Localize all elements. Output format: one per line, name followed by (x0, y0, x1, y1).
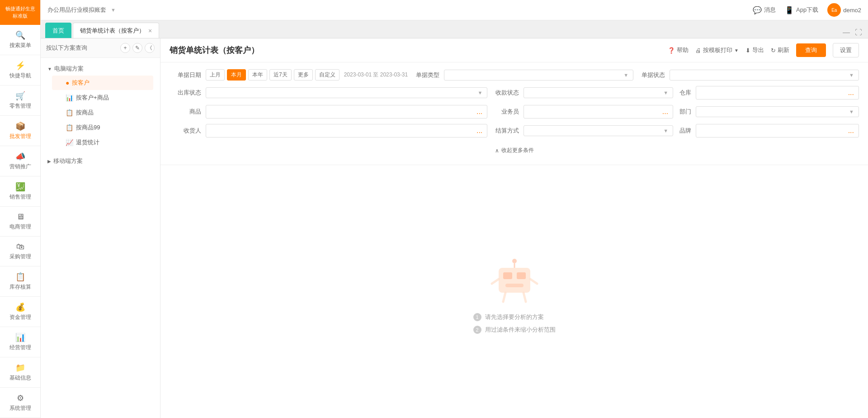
dropdown-icon[interactable]: ▼ (111, 7, 116, 13)
add-scheme-btn[interactable]: + (120, 43, 130, 53)
app-download-btn[interactable]: 📱 App下载 (785, 6, 818, 14)
collapse-panel-btn[interactable]: 《 (145, 43, 155, 53)
industry-selector[interactable]: 办公用品行业模拟账套 (47, 6, 106, 14)
sidebar-item-purchase[interactable]: 🛍 采购管理 (0, 237, 40, 266)
customer-icon: ● (66, 79, 69, 86)
sidebar-item-search[interactable]: 🔍 搜索菜单 (0, 25, 40, 55)
logo-area: 畅捷通好生意 标准版 (0, 0, 40, 25)
tree-item-return-stats[interactable]: 📈 退货统计 (52, 135, 153, 150)
sidebar-item-operations[interactable]: 📊 经营管理 (0, 327, 40, 357)
tab-minimize-btn[interactable]: — (841, 27, 851, 38)
sidebar-item-label: 系统管理 (9, 404, 31, 412)
tree-desktop-group-header[interactable]: ▼ 电脑端方案 (45, 62, 156, 75)
tree-item-by-product-99[interactable]: 📋 按商品99 (52, 120, 153, 135)
svg-rect-3 (505, 284, 524, 287)
tab-close-icon[interactable]: × (148, 27, 152, 34)
tab-home[interactable]: 首页 (45, 23, 71, 38)
out-status-label: 出库状态 (170, 89, 201, 97)
refresh-icon: ↻ (771, 47, 776, 54)
tab-sales-stats[interactable]: 销货单统计表（按客户） × (73, 23, 159, 38)
settings-button[interactable]: 设置 (833, 43, 859, 57)
refresh-label: 刷新 (778, 46, 789, 54)
print-btn[interactable]: 🖨 按模板打印 ▼ (695, 46, 739, 54)
product-select[interactable]: ... (206, 105, 487, 119)
doc-status-label: 单据状态 (638, 71, 665, 79)
doc-status-select[interactable]: ▼ (670, 70, 859, 81)
sidebar-item-sales[interactable]: 💹 销售管理 (0, 176, 40, 207)
consignee-dots[interactable]: ... (476, 127, 482, 135)
user-area[interactable]: Ea demo2 (827, 3, 861, 17)
sidebar-item-marketing[interactable]: 📣 营销推广 (0, 146, 40, 176)
help-btn[interactable]: ❓ 帮助 (668, 46, 689, 54)
ecommerce-icon: 🖥 (16, 212, 24, 222)
date-btn-more[interactable]: 更多 (294, 69, 313, 81)
salesperson-select[interactable]: ... (524, 105, 673, 119)
warehouse-col: 仓库 ... (678, 86, 859, 100)
page-title: 销货单统计表（按客户） (170, 45, 259, 56)
filter-area: 单据日期 上月 本月 本年 近7天 更多 自定义 2023-03-01 至 20… (160, 62, 868, 165)
filter-row-4: 收货人 ... 结算方式 ▼ 品牌 (170, 124, 859, 138)
brand-dots[interactable]: ... (848, 127, 854, 135)
sidebar-item-system[interactable]: ⚙ 系统管理 (0, 388, 40, 418)
sidebar-item-label: 批发管理 (9, 133, 31, 140)
sidebar-item-ecommerce[interactable]: 🖥 电商管理 (0, 207, 40, 237)
tree-mobile-group-header[interactable]: ▶ 移动端方案 (45, 155, 156, 167)
sidebar-item-basic[interactable]: 📁 基础信息 (0, 357, 40, 388)
sidebar-item-wholesale[interactable]: 📦 批发管理 (0, 116, 40, 146)
sidebar-item-inventory[interactable]: 📋 库存核算 (0, 266, 40, 297)
product99-icon: 📋 (66, 124, 73, 131)
payment-status-select[interactable]: ▼ (524, 87, 673, 98)
query-button[interactable]: 查询 (796, 43, 826, 57)
date-btn-this-month[interactable]: 本月 (227, 69, 246, 81)
warehouse-select[interactable]: ... (696, 86, 859, 100)
sidebar-item-label: 零售管理 (9, 102, 31, 110)
svg-point-5 (512, 259, 517, 263)
tree-desktop-label: 电脑端方案 (54, 65, 84, 73)
product-dots[interactable]: ... (476, 108, 482, 116)
tree-item-by-customer-product[interactable]: 📊 按客户+商品 (52, 90, 153, 105)
sidebar-item-retail[interactable]: 🛒 零售管理 (0, 86, 40, 116)
sidebar-item-label: 经营管理 (9, 344, 31, 352)
brand-label: 品牌 (678, 127, 691, 135)
empty-tip-1: 1 请先选择要分析的方案 (473, 313, 556, 321)
date-btn-7days[interactable]: 近7天 (269, 69, 292, 81)
retail-icon: 🛒 (15, 91, 25, 101)
sidebar-item-label: 电商管理 (9, 223, 31, 231)
system-icon: ⚙ (17, 393, 24, 403)
refresh-btn[interactable]: ↻ 刷新 (771, 46, 789, 54)
date-btn-this-year[interactable]: 本年 (248, 69, 267, 81)
tab-maximize-btn[interactable]: ⛶ (854, 27, 863, 38)
out-status-select[interactable]: ▼ (206, 87, 487, 98)
doc-type-select[interactable]: ▼ (444, 70, 633, 81)
warehouse-dots[interactable]: ... (848, 89, 854, 97)
sidebar-item-quick-nav[interactable]: ⚡ 快捷导航 (0, 55, 40, 86)
consignee-select[interactable]: ... (206, 124, 487, 138)
department-select[interactable]: ▼ (696, 106, 859, 117)
filter-row-2: 出库状态 ▼ 收款状态 ▼ 仓库 (170, 86, 859, 100)
date-label: 单据日期 (170, 71, 201, 79)
message-icon: 💬 (753, 6, 762, 14)
tip-2-text: 用过滤条件来缩小分析范围 (485, 326, 556, 334)
collapse-bar[interactable]: ∧ 收起更多条件 (170, 143, 859, 158)
sidebar-item-label: 采购管理 (9, 253, 31, 261)
edit-scheme-btn[interactable]: ✎ (132, 43, 142, 53)
salesperson-dots[interactable]: ... (662, 108, 668, 116)
logo-text: 畅捷通好生意 标准版 (5, 5, 35, 19)
date-btn-last-month[interactable]: 上月 (206, 69, 225, 81)
sidebar-item-finance[interactable]: 💰 资金管理 (0, 297, 40, 327)
top-header-left: 办公用品行业模拟账套 ▼ (47, 6, 116, 14)
payment-status-label: 收款状态 (492, 89, 519, 97)
date-btn-custom[interactable]: 自定义 (315, 69, 340, 81)
settlement-select[interactable]: ▼ (524, 125, 673, 136)
export-btn[interactable]: ⬇ 导出 (745, 46, 764, 54)
basic-icon: 📁 (15, 363, 25, 373)
tip-1-num: 1 (473, 313, 481, 321)
message-btn[interactable]: 💬 消息 (753, 6, 776, 14)
purchase-icon: 🛍 (16, 242, 24, 252)
tree-item-by-product[interactable]: 📋 按商品 (52, 105, 153, 120)
brand-col: 品牌 ... (678, 124, 859, 138)
svg-rect-1 (503, 272, 512, 279)
brand-select[interactable]: ... (696, 124, 859, 138)
help-label: 帮助 (677, 46, 689, 54)
tree-item-by-customer[interactable]: ● 按客户 (52, 76, 153, 90)
